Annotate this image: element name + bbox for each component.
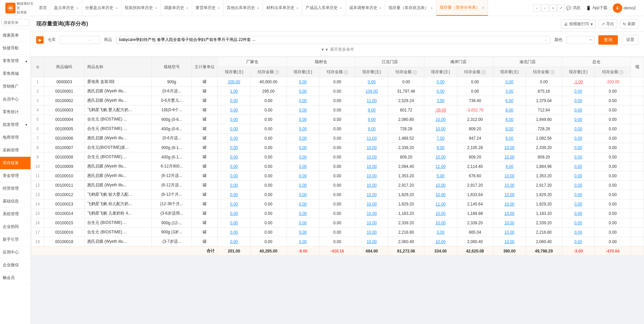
- cell-fj-amt: 0.00: [250, 115, 286, 124]
- cell-num: 3: [31, 96, 44, 105]
- refresh-btn[interactable]: ↻ 刷新: [620, 19, 639, 29]
- table-row: 9 00100008 合生元 (BIOSTIME) ... 400g (6-1.…: [31, 152, 644, 162]
- cell-lc-amt: 0.00: [319, 87, 356, 96]
- product-clear-btn[interactable]: ···: [544, 38, 547, 42]
- cell-code: 00100015: [44, 218, 85, 228]
- close-tab-11[interactable]: ×: [482, 6, 484, 10]
- settings-gear-icon[interactable]: ⚙: [34, 63, 41, 71]
- sidebar-item-retail-mgmt[interactable]: 零售管理: [0, 55, 31, 67]
- sidebar-item-nav[interactable]: 快捷导航: [0, 42, 31, 55]
- message-btn[interactable]: 💬 消息: [566, 5, 581, 11]
- tab-2[interactable]: 分量盘点单历史 ×: [82, 0, 121, 16]
- close-tab-6[interactable]: ×: [257, 6, 259, 10]
- info-icon-3[interactable]: ①: [413, 70, 417, 75]
- tab-10[interactable]: 现存量（库存状况表） ×: [385, 0, 436, 16]
- settings-btn[interactable]: 设置: [622, 35, 639, 45]
- sidebar-item-system[interactable]: 系统管理: [0, 208, 31, 221]
- tab-8[interactable]: 产成品入库单历史 ×: [302, 0, 345, 16]
- info-icon-6[interactable]: ①: [619, 70, 624, 75]
- cell-jb-qty: 10.00: [356, 190, 388, 199]
- sidebar-item-marketing[interactable]: 营销推广: [0, 80, 31, 93]
- tab-6[interactable]: 其他出库单历史 ×: [223, 0, 263, 16]
- export-btn[interactable]: ↗ 导出: [598, 19, 617, 29]
- close-tab-7[interactable]: ×: [297, 6, 299, 10]
- info-icon-5[interactable]: ①: [550, 70, 554, 75]
- sidebar-item-apps[interactable]: 应用中心: [0, 246, 31, 259]
- tab-5[interactable]: 要货单历史 ×: [192, 0, 223, 16]
- sidebar-item-member[interactable]: 会员中心: [0, 93, 31, 106]
- nav-close-btn[interactable]: ×: [549, 4, 557, 12]
- search-input[interactable]: [1, 19, 29, 26]
- sidebar-item-inventory[interactable]: 库存核算: [0, 157, 31, 170]
- app-download-btn[interactable]: 📱 App下载: [586, 5, 607, 11]
- color-dropdown-icon[interactable]: ▾: [590, 38, 591, 42]
- color-input[interactable]: [570, 38, 590, 42]
- print-btn[interactable]: 🖨 按模板打印 ▾: [561, 19, 596, 29]
- nav-prev-btn[interactable]: ‹: [533, 4, 541, 12]
- th-yb: 渝北门店: [493, 57, 562, 67]
- cell-zc-amt: 0.00: [595, 181, 631, 190]
- nav-fullscreen-btn[interactable]: ⤢: [557, 4, 565, 12]
- close-tab-1[interactable]: ×: [76, 6, 78, 10]
- cell-na-qty: 10.00: [424, 181, 457, 190]
- info-icon-1[interactable]: ①: [275, 70, 279, 75]
- cell-num: 11: [31, 171, 44, 181]
- cell-na-qty: -39.00: [424, 105, 457, 115]
- tab-7[interactable]: 材料出库单历史 ×: [263, 0, 302, 16]
- product-input[interactable]: [119, 38, 544, 42]
- sidebar-item-wholesale[interactable]: 批发管理: [0, 119, 31, 131]
- sidebar: 搜索英单 快捷导航 零售管理 零售商城 营销推广 会员中心 零售统计 批发管理 …: [0, 16, 31, 324]
- warehouse-dots-btn[interactable]: ···: [87, 38, 93, 42]
- close-tab-4[interactable]: ×: [186, 6, 188, 10]
- sidebar-item-finance[interactable]: 资金管理: [0, 170, 31, 182]
- cell-fj-amt: 0.00: [250, 134, 286, 143]
- info-icon-4[interactable]: ①: [481, 70, 486, 75]
- sidebar-item-wecom[interactable]: 企业微信: [0, 259, 31, 272]
- sidebar-item-ecommerce[interactable]: 电商管理: [0, 131, 31, 144]
- cell-yb-qty: 10.00: [493, 209, 526, 218]
- th-jb-amt: 结存金额①: [388, 67, 424, 77]
- cell-zc-amt: 0.00: [595, 209, 631, 218]
- sidebar-item-retail-stats[interactable]: 零售统计: [0, 106, 31, 119]
- cell-zc-amt: 0.00: [595, 143, 631, 152]
- close-tab-9[interactable]: ×: [379, 6, 381, 10]
- th-fj-amt: 结存金额①: [250, 67, 286, 77]
- sidebar-item-member2[interactable]: 畅会员: [0, 272, 31, 284]
- cell-yb-amt: 1,849.60: [526, 115, 562, 124]
- th-zc: 总仓: [562, 57, 631, 67]
- close-tab-3[interactable]: ×: [155, 6, 157, 10]
- nav-next-btn[interactable]: ›: [541, 4, 549, 12]
- tab-1[interactable]: 盘点单历史 ×: [51, 0, 82, 16]
- info-icon-2[interactable]: ①: [344, 70, 348, 75]
- filter-expand-btn[interactable]: ▶: [36, 36, 44, 44]
- cell-fj-qty: 0.00: [218, 162, 250, 171]
- cell-unit: 罐: [192, 152, 218, 162]
- sidebar-item-basic[interactable]: 基础信息: [0, 195, 31, 208]
- tab-4[interactable]: 调拨单历史 ×: [161, 0, 192, 16]
- sidebar-item-guide[interactable]: 新手引导: [0, 233, 31, 246]
- close-tab-8[interactable]: ×: [340, 6, 342, 10]
- sidebar-item-collab[interactable]: 企业协同: [0, 221, 31, 233]
- cell-jb-qty: 9.00: [356, 124, 388, 134]
- cell-lc-qty: 0.00: [286, 162, 319, 171]
- search-btn[interactable]: 查询: [598, 35, 618, 45]
- close-tab-10[interactable]: ×: [431, 6, 433, 10]
- cell-unit: 罐: [192, 190, 218, 199]
- tab-3[interactable]: 组装拆卸单历史 ×: [121, 0, 161, 16]
- sidebar-item-purchase[interactable]: 采购管理: [0, 144, 31, 157]
- table-container[interactable]: ⚙ 商品编码 商品名称 规格型号 主计量单位 厂家仓 陆村仓 江北门店 南岸门店…: [31, 57, 644, 324]
- sidebar-item-ops[interactable]: 经营管理: [0, 182, 31, 195]
- cell-code: 00100009: [44, 162, 85, 171]
- close-tab-5[interactable]: ×: [218, 6, 220, 10]
- expand-more-btn[interactable]: ▼▼ 展开更多条件: [321, 47, 354, 52]
- tab-9[interactable]: 成本调整单历史 ×: [346, 0, 385, 16]
- tab-home[interactable]: 首页: [36, 0, 51, 16]
- sidebar-item-retail-mall[interactable]: 零售商城: [0, 67, 31, 80]
- tab-11[interactable]: 现存量（库存分布表） ×: [436, 0, 488, 16]
- warehouse-input[interactable]: [60, 36, 87, 44]
- user-area[interactable]: E demo2: [613, 3, 636, 13]
- cell-na-qty: 0.00: [424, 87, 457, 96]
- sidebar-item-search[interactable]: 搜索英单: [0, 29, 31, 42]
- close-tab-2[interactable]: ×: [115, 6, 117, 10]
- cell-lc-amt: 0.00: [319, 209, 356, 218]
